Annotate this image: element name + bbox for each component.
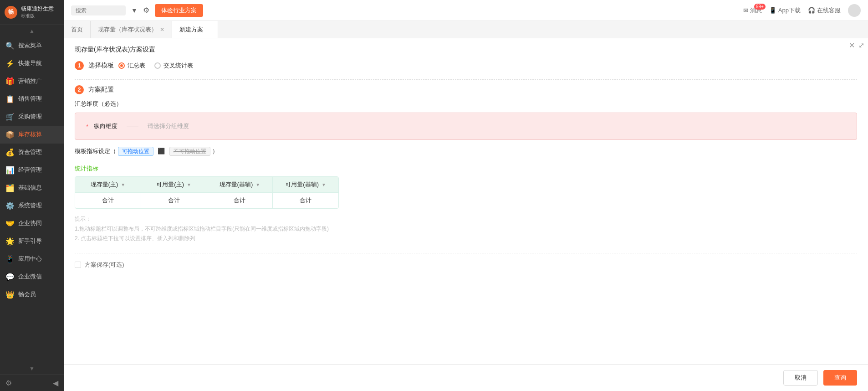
cancel-button[interactable]: 取消 [783, 370, 818, 386]
save-label: 方案保存(可选) [85, 261, 124, 269]
brand-text: 畅康通好生意 标准版 [21, 5, 54, 19]
sidebar-item-quicknav[interactable]: ⚡ 快捷导航 [0, 55, 64, 72]
headset-icon: 🎧 [808, 7, 815, 14]
footer-bar: 取消 查询 [64, 364, 868, 391]
sidebar-item-wechat[interactable]: 💬 企业微信 [0, 268, 64, 286]
sidebar-brand: 畅 畅康通好生意 标准版 [0, 0, 64, 25]
save-checkbox[interactable] [75, 262, 81, 268]
tab-home[interactable]: 首页 [64, 21, 91, 38]
newbie-icon: 🌟 [5, 237, 15, 246]
col-header-0[interactable]: 现存量(主) ▼ [75, 177, 141, 192]
brand-logo: 畅 [5, 6, 17, 19]
topbar-right: ✉ 消息 99+ 📱 App下载 🎧 在线客服 [743, 4, 861, 17]
stats-cell-0: 合计 [75, 193, 141, 208]
step1-section: 1 选择模板 汇总表 交叉统计表 [75, 61, 857, 70]
chevron-down-icon-3: ▼ [322, 182, 326, 187]
sidebar: 畅 畅康通好生意 标准版 ▲ 🔍 搜索菜单 ⚡ 快捷导航 🎁 营销推广 📋 销售… [0, 0, 64, 391]
step1-title: 选择模板 [88, 62, 114, 70]
message-button[interactable]: ✉ 消息 99+ [743, 6, 762, 15]
sidebar-scroll-up[interactable]: ▲ [0, 25, 64, 37]
gear-icon[interactable]: ⚙ [143, 6, 149, 15]
radio-summary-btn[interactable] [118, 62, 125, 69]
quicknav-icon: ⚡ [5, 59, 15, 68]
tabs-bar: 首页 现存量（库存状况表） ✕ 新建方案 ✕ [64, 21, 868, 38]
radio-cross-btn[interactable] [154, 62, 161, 69]
content-area: ✕ ⤢ 现存量(库存状况表)方案设置 1 选择模板 汇总表 [64, 38, 868, 391]
close-window-icon[interactable]: ✕ [849, 41, 855, 50]
expand-window-icon[interactable]: ⤢ [858, 41, 864, 50]
radio-cross[interactable]: 交叉统计表 [154, 62, 193, 70]
search-input[interactable] [71, 5, 126, 15]
dropdown-icon[interactable]: ▼ [131, 7, 138, 14]
page-title: 现存量(库存状况表)方案设置 [75, 46, 857, 54]
stats-table-header: 现存量(主) ▼ 可用量(主) ▼ 现存量(基辅) ▼ 可用量(基辅) [75, 177, 338, 192]
sidebar-nav: 🔍 搜索菜单 ⚡ 快捷导航 🎁 营销推广 📋 销售管理 🛒 采购管理 📦 库存核… [0, 37, 64, 363]
sidebar-scroll-down[interactable]: ▼ [0, 363, 64, 375]
settings-icon[interactable]: ⚙ [5, 379, 12, 387]
main-area: ▼ ⚙ 体验行业方案 ✉ 消息 99+ 📱 App下载 🎧 在线客服 首页 [64, 0, 868, 391]
sidebar-item-sales[interactable]: 📋 销售管理 [0, 90, 64, 108]
topbar: ▼ ⚙ 体验行业方案 ✉ 消息 99+ 📱 App下载 🎧 在线客服 [64, 0, 868, 21]
sidebar-item-marketing[interactable]: 🎁 营销推广 [0, 72, 64, 90]
wechat-icon: 💬 [5, 273, 15, 281]
footer-spacer [75, 269, 857, 296]
radio-summary[interactable]: 汇总表 [118, 62, 145, 70]
step2-number: 2 [75, 85, 84, 94]
indicators-header: 模板指标设定（ 可拖动位置 ⬛ 不可拖动位置 ） [75, 147, 857, 160]
step1-number: 1 [75, 61, 84, 70]
chevron-down-icon-0: ▼ [121, 182, 125, 187]
message-icon: ✉ [743, 7, 748, 14]
app-download-button[interactable]: 📱 App下载 [769, 6, 801, 15]
sidebar-item-newbie[interactable]: 🌟 新手引导 [0, 232, 64, 250]
inventory-icon: 📦 [5, 130, 15, 139]
sidebar-item-finance[interactable]: 💰 资金管理 [0, 144, 64, 161]
trial-button[interactable]: 体验行业方案 [155, 4, 203, 17]
sidebar-item-system[interactable]: ⚙️ 系统管理 [0, 197, 64, 215]
sidebar-item-purchase[interactable]: 🛒 采购管理 [0, 108, 64, 126]
template-options: 汇总表 交叉统计表 [118, 62, 193, 70]
tab-new-plan[interactable]: 新建方案 ✕ [172, 21, 218, 38]
chevron-down-icon-1: ▼ [187, 182, 191, 187]
enterprise-icon: 🤝 [5, 219, 15, 228]
phone-icon: 📱 [769, 7, 776, 14]
tab-inventory-close[interactable]: ✕ [160, 26, 164, 33]
sidebar-item-member[interactable]: 👑 畅会员 [0, 286, 64, 304]
sidebar-item-search[interactable]: 🔍 搜索菜单 [0, 37, 64, 55]
content-inner: 现存量(库存状况表)方案设置 1 选择模板 汇总表 交叉统计表 [64, 38, 868, 391]
user-avatar[interactable] [848, 4, 861, 17]
sidebar-item-apps[interactable]: 📱 应用中心 [0, 250, 64, 268]
dimension-area[interactable]: * 纵向维度 —— 请选择分组维度 [75, 113, 857, 140]
sidebar-item-basic[interactable]: 🗂️ 基础信息 [0, 179, 64, 197]
indicators-label: 模板指标设定（ 可拖动位置 ⬛ 不可拖动位置 ） [75, 147, 218, 155]
divider1 [75, 79, 857, 80]
sound-icon[interactable]: ◀ [53, 379, 58, 387]
divider2 [75, 253, 857, 253]
col-header-1[interactable]: 可用量(主) ▼ [141, 177, 207, 192]
query-button[interactable]: 查询 [823, 370, 857, 386]
message-badge: 99+ [754, 4, 766, 10]
step2-section: 2 方案配置 汇总维度（必选） * 纵向维度 —— 请选择分组维度 模板指标设定… [75, 85, 857, 244]
unmovable-badge: 不可拖动位置 [169, 147, 210, 156]
sidebar-item-inventory[interactable]: 📦 库存核算 [0, 126, 64, 144]
col-header-3[interactable]: 可用量(基辅) ▼ [273, 177, 338, 192]
save-option: 方案保存(可选) [75, 261, 857, 269]
purchase-icon: 🛒 [5, 113, 15, 121]
tab-inventory-status[interactable]: 现存量（库存状况表） ✕ [91, 21, 172, 38]
stats-table: 现存量(主) ▼ 可用量(主) ▼ 现存量(基辅) ▼ 可用量(基辅) [75, 176, 339, 209]
col-header-2[interactable]: 现存量(基辅) ▼ [207, 177, 273, 192]
basic-icon: 🗂️ [5, 184, 15, 192]
tab-new-close[interactable]: ✕ [206, 26, 210, 33]
tips-section: 提示： 1.拖动标题栏可以调整布局，不可跨维度或指标区域拖动栏目字段(只能在同一… [75, 214, 857, 244]
step2-header: 2 方案配置 [75, 85, 857, 94]
dimension-field-label: 纵向维度 [94, 122, 117, 130]
apps-icon: 📱 [5, 255, 15, 263]
service-button[interactable]: 🎧 在线客服 [808, 6, 841, 15]
dimension-dash: —— [127, 123, 138, 130]
dimension-section-label: 汇总维度（必选） [75, 100, 857, 108]
topbar-left: ▼ ⚙ 体验行业方案 [71, 4, 203, 17]
stats-cell-1: 合计 [141, 193, 207, 208]
sales-icon: 📋 [5, 95, 15, 103]
sidebar-item-enterprise[interactable]: 🤝 企业协同 [0, 215, 64, 232]
sidebar-item-operations[interactable]: 📊 经营管理 [0, 161, 64, 179]
required-mark: * [86, 123, 88, 130]
